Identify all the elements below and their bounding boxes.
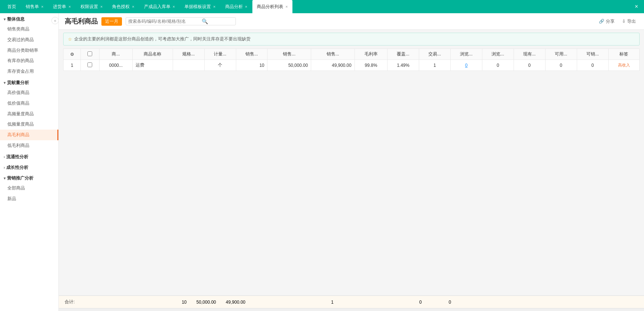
row-checkbox xyxy=(81,60,100,71)
col-coverage[interactable]: 覆盖... xyxy=(387,49,419,60)
export-button[interactable]: ⇩ 导出 xyxy=(620,17,638,26)
close-sales-order-icon[interactable]: × xyxy=(41,4,43,9)
col-browse2[interactable]: 浏览... xyxy=(482,49,514,60)
share-button[interactable]: 🔗 分享 xyxy=(597,17,617,26)
row-sales-amt: 50,000.00 xyxy=(267,60,311,71)
section-overall-info[interactable]: ▾ 整体信息 xyxy=(0,13,58,24)
table-wrapper: ⚙ 商... 商品名称 规格... 计量... 销售... 销售... 销售..… xyxy=(63,48,640,295)
close-template-settings-icon[interactable]: × xyxy=(213,4,215,9)
section-contribution-arrow: ▾ xyxy=(4,81,6,85)
sidebar-item-all-goods[interactable]: 全部商品 xyxy=(0,183,58,194)
sidebar-item-new-goods[interactable]: 新品 xyxy=(0,194,58,204)
search-input[interactable] xyxy=(128,19,202,24)
section-contribution-analysis[interactable]: ▾ 贡献量分析 xyxy=(0,77,58,87)
section-marketing-arrow: ▾ xyxy=(4,176,6,180)
row-coverage: 1.49% xyxy=(387,60,419,71)
col-spec[interactable]: 规格... xyxy=(173,49,204,60)
nav-permission-settings[interactable]: 权限设置 × xyxy=(76,0,107,13)
sidebar-item-traded-goods[interactable]: 交易过的商品 xyxy=(0,35,58,45)
total-stock-avail: 0 xyxy=(425,300,454,305)
col-sales-profit[interactable]: 销售... xyxy=(311,49,355,60)
close-product-analysis-icon[interactable]: × xyxy=(245,4,247,9)
nav-template-settings[interactable]: 单据模板设置 × xyxy=(180,0,220,13)
main-layout: « ▾ 整体信息 销售类商品 交易过的商品 商品分类助销率 有库存的商品 库存资… xyxy=(0,13,644,311)
sidebar-item-low-freq[interactable]: 低频量度商品 xyxy=(0,119,58,130)
col-tag[interactable]: 标签 xyxy=(608,49,639,60)
sidebar-item-category-sales-rate[interactable]: 商品分类助销率 xyxy=(0,45,58,56)
total-sales-profit: 49,900.00 xyxy=(219,300,248,305)
row-spec xyxy=(173,60,204,71)
sidebar-item-high-value[interactable]: 高价值商品 xyxy=(0,87,58,98)
section-overall-arrow: ▾ xyxy=(4,17,6,21)
export-icon: ⇩ xyxy=(622,19,626,24)
row-trade: 1 xyxy=(419,60,450,71)
nav-role-auth[interactable]: 角色授权 × xyxy=(108,0,138,13)
sidebar-collapse-button[interactable]: « xyxy=(51,17,59,24)
section-liquidity-analysis[interactable]: › 流通性分析 xyxy=(0,151,58,162)
nav-product-analysis-list[interactable]: 商品分析列表 × xyxy=(252,0,292,13)
row-sales-qty: 10 xyxy=(236,60,267,71)
sidebar-item-sales-goods[interactable]: 销售类商品 xyxy=(0,24,58,35)
row-browse2: 0 xyxy=(482,60,514,71)
row-browse1[interactable]: 0 xyxy=(450,60,482,71)
sidebar-item-in-stock-goods[interactable]: 有库存的商品 xyxy=(0,55,58,66)
col-gross-margin[interactable]: 毛利率 xyxy=(355,49,387,60)
total-values: 10 50,000.00 49,900.00 1 0 0 xyxy=(160,300,638,305)
search-icon[interactable]: 🔍 xyxy=(202,18,208,24)
hint-icon: ☆ xyxy=(68,37,72,42)
close-purchase-order-icon[interactable]: × xyxy=(68,4,71,9)
bottom-scrollbar[interactable] xyxy=(59,308,644,311)
close-product-analysis-list-icon[interactable]: × xyxy=(285,4,288,9)
info-text: 企业的主要的利润都是这部分商品创造的，可考虑加大推广，同时关注库存是不要出现缺货 xyxy=(74,36,251,42)
total-sales-qty: 10 xyxy=(160,300,190,305)
header-actions: 🔗 分享 ⇩ 导出 xyxy=(597,17,638,26)
info-banner: ☆ 企业的主要的利润都是这部分商品创造的，可考虑加大推广，同时关注库存是不要出现… xyxy=(63,33,640,46)
row-stock-sale: 0 xyxy=(577,60,608,71)
sidebar-item-high-freq[interactable]: 高频量度商品 xyxy=(0,109,58,119)
nav-home[interactable]: 首页 xyxy=(3,0,21,13)
col-stock-sale[interactable]: 可销... xyxy=(577,49,608,60)
row-unit: 个 xyxy=(204,60,236,71)
total-browse2 xyxy=(366,300,395,305)
sidebar-item-low-value[interactable]: 低价值商品 xyxy=(0,98,58,109)
section-growth-arrow: › xyxy=(4,166,5,170)
sidebar-item-inventory-capital[interactable]: 库存资金占用 xyxy=(0,66,58,77)
nav-purchase-order[interactable]: 进货单 × xyxy=(48,0,75,13)
section-liquidity-arrow: › xyxy=(4,155,5,159)
row-no: 1 xyxy=(64,60,81,71)
total-stock-now: 0 xyxy=(395,300,425,305)
select-all-checkbox[interactable] xyxy=(87,51,92,56)
col-sales-amt[interactable]: 销售... xyxy=(267,49,311,60)
col-setting[interactable]: ⚙ xyxy=(64,49,81,60)
col-code[interactable]: 商... xyxy=(99,49,132,60)
section-growth-analysis[interactable]: › 成长性分析 xyxy=(0,162,58,172)
col-name[interactable]: 商品名称 xyxy=(133,49,173,60)
col-unit[interactable]: 计量... xyxy=(204,49,236,60)
col-sales-qty[interactable]: 销售... xyxy=(236,49,267,60)
close-permission-settings-icon[interactable]: × xyxy=(100,4,102,9)
close-product-inbound-icon[interactable]: × xyxy=(173,4,175,9)
nav-product-analysis[interactable]: 商品分析 × xyxy=(221,0,252,13)
col-stock-now[interactable]: 现有... xyxy=(514,49,545,60)
settings-icon: ⚙ xyxy=(70,52,74,57)
page-title: 高毛利商品 xyxy=(65,17,98,26)
filter-period-button[interactable]: 近一月 xyxy=(101,17,122,26)
close-all-tabs-button[interactable]: × xyxy=(632,2,641,11)
row-code: 0000... xyxy=(99,60,132,71)
row-sales-profit: 49,900.00 xyxy=(311,60,355,71)
close-role-auth-icon[interactable]: × xyxy=(132,4,134,9)
col-stock-avail[interactable]: 可用... xyxy=(545,49,577,60)
section-marketing-analysis[interactable]: ▾ 营销推广分析 xyxy=(0,172,58,183)
row-stock-avail: 0 xyxy=(545,60,577,71)
col-browse1[interactable]: 浏览... xyxy=(450,49,482,60)
col-trade[interactable]: 交易... xyxy=(419,49,450,60)
top-navigation: 首页 销售单 × 进货单 × 权限设置 × 角色授权 × 产成品入库单 × 单据… xyxy=(0,0,644,13)
share-icon: 🔗 xyxy=(599,19,604,24)
nav-sales-order[interactable]: 销售单 × xyxy=(21,0,48,13)
row-stock-now: 0 xyxy=(514,60,545,71)
total-trade: 1 xyxy=(307,300,337,305)
sidebar-item-high-margin[interactable]: 高毛利商品 xyxy=(0,130,58,140)
table-header-row: ⚙ 商... 商品名称 规格... 计量... 销售... 销售... 销售..… xyxy=(64,49,640,60)
sidebar-item-low-margin[interactable]: 低毛利商品 xyxy=(0,140,58,151)
nav-product-inbound[interactable]: 产成品入库单 × xyxy=(140,0,179,13)
